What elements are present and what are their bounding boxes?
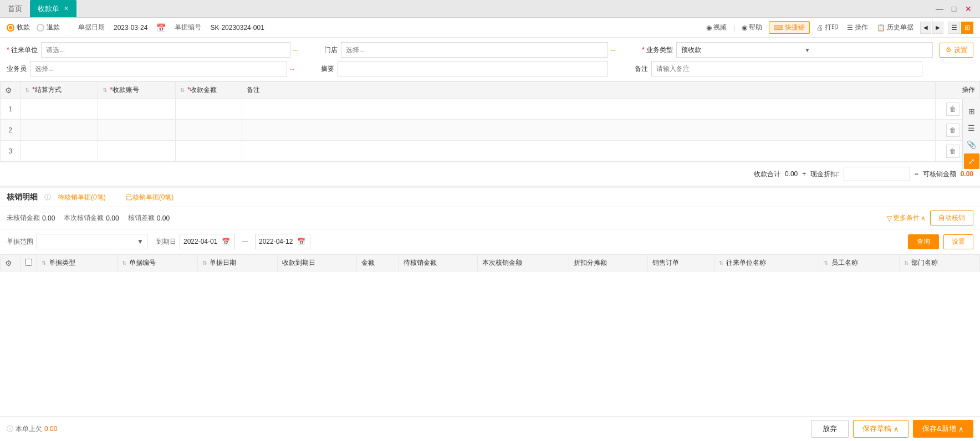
row2-remark[interactable]: [242, 120, 936, 141]
row1-delete-btn[interactable]: 🗑: [946, 102, 959, 116]
range-select-arrow: ▼: [137, 238, 144, 245]
grid-view-icon[interactable]: ⊞: [961, 22, 973, 34]
table-gear-header[interactable]: ⚙: [1, 82, 21, 99]
writeoff-pending-tab[interactable]: 待核销单据(0笔): [58, 193, 106, 202]
auto-writeoff-button[interactable]: 自动核销: [930, 211, 973, 225]
sidebar-list-icon[interactable]: ☰: [964, 120, 979, 136]
summary-input[interactable]: [338, 61, 609, 76]
bill-type-sort[interactable]: ⇅: [42, 260, 46, 266]
current-label: 本次核销金额: [64, 213, 104, 223]
shop-more-icon[interactable]: ···: [610, 45, 615, 54]
calendar-icon[interactable]: 📅: [156, 23, 166, 32]
calendar-from-icon[interactable]: 📅: [222, 238, 230, 245]
table-settings-icon[interactable]: ⚙: [5, 86, 12, 95]
due-date-label: 到期日: [156, 237, 176, 247]
row2-account[interactable]: [98, 120, 176, 141]
filter-row: 单据范围 ▼ 到期日 2022-04-01 📅 —: [0, 229, 980, 254]
save-new-arrow: ∧: [958, 425, 964, 433]
remark-label: 备注: [635, 64, 648, 74]
settings-button[interactable]: ⚙ 设置: [940, 43, 973, 58]
row3-remark[interactable]: [242, 141, 936, 162]
abandon-button[interactable]: 放弃: [811, 420, 849, 438]
toolbar: 收款 退款 单据日期 2023-03-24 📅 单据编号 SK-20230324…: [0, 18, 980, 38]
bottom-info-icon[interactable]: ⓘ: [7, 424, 13, 434]
salesperson-more-icon[interactable]: ···: [289, 64, 294, 73]
window-close-button[interactable]: ✕: [963, 4, 973, 13]
counterpart-more-icon[interactable]: ···: [293, 45, 298, 54]
filter-settings-button[interactable]: 设置: [943, 234, 973, 249]
maximize-button[interactable]: □: [949, 4, 959, 13]
bottom-info: ⓘ 本单上欠 0.00: [7, 424, 57, 434]
counterpart-input[interactable]: [41, 42, 290, 58]
row3-account[interactable]: [98, 141, 176, 162]
sales-order-header: 销售订单: [647, 255, 714, 271]
row1-remark[interactable]: [242, 99, 936, 120]
writeoff-header: 核销明细 ⓘ 待核销单据(0笔) 已核销单据(0笔): [0, 188, 980, 207]
business-type-label: 业务类型: [642, 45, 673, 55]
row1-amount[interactable]: [176, 99, 242, 120]
tab-home[interactable]: 首页: [0, 0, 30, 17]
more-conditions-btn[interactable]: ▽ 更多条件 ∧: [887, 213, 926, 223]
tab-receipt[interactable]: 收款单 ✕: [30, 0, 76, 17]
bottom-gear-header[interactable]: ⚙: [1, 255, 21, 271]
main-wrapper: ⚙ ⇅ *结算方式 ⇅ *收款账号 ⇅: [0, 81, 980, 416]
row2-amount[interactable]: [176, 120, 242, 141]
counterpart-sort[interactable]: ⇅: [719, 260, 723, 266]
history-icon: 📋: [877, 24, 885, 32]
shop-field: 门店 ···: [324, 42, 615, 58]
date-from-field[interactable]: 2022-04-01 📅: [180, 234, 235, 249]
history-btn[interactable]: 📋 历史单据: [875, 22, 916, 33]
list-view-icon[interactable]: ☰: [948, 22, 960, 34]
refund-radio-dot: [37, 24, 44, 32]
amount-sort-icon[interactable]: ⇅: [180, 87, 185, 93]
department-sort[interactable]: ⇅: [904, 260, 908, 266]
salesperson-input[interactable]: [30, 61, 287, 76]
save-draft-button[interactable]: 保存草稿 ∧: [853, 420, 908, 438]
next-arrow[interactable]: ▶: [932, 22, 943, 34]
row1-account[interactable]: [98, 99, 176, 120]
operate-btn[interactable]: ☰ 操作: [845, 22, 870, 33]
prev-arrow[interactable]: ◀: [920, 22, 931, 34]
row2-delete-btn[interactable]: 🗑: [946, 124, 959, 137]
remark-input[interactable]: [651, 61, 922, 76]
row3-amount[interactable]: [176, 141, 242, 162]
shortcut-icon: ⌨: [774, 24, 783, 32]
query-button[interactable]: 查询: [908, 234, 939, 249]
writeoff-info-icon[interactable]: ⓘ: [44, 193, 51, 202]
business-type-dropdown[interactable]: 预收款 ▼: [676, 42, 933, 58]
sidebar-table-icon[interactable]: ⊞: [964, 104, 979, 119]
print-btn[interactable]: 🖨 打印: [814, 22, 840, 33]
refund-radio[interactable]: 退款: [37, 23, 60, 32]
tab-close-icon[interactable]: ✕: [64, 5, 69, 12]
row-num-2: 2: [1, 120, 21, 141]
help-btn[interactable]: ◉ 帮助: [739, 22, 764, 33]
row2-settlement[interactable]: [21, 120, 98, 141]
bill-date-header: ⇅ 单据日期: [197, 255, 278, 271]
row3-settlement[interactable]: [21, 141, 98, 162]
employee-sort[interactable]: ⇅: [824, 260, 828, 266]
bill-date-sort[interactable]: ⇅: [202, 260, 207, 266]
save-new-button[interactable]: 保存&新增 ∧: [913, 420, 973, 438]
sidebar-expand-icon[interactable]: ⤢: [964, 153, 979, 169]
sidebar-attachment-icon[interactable]: 📎: [964, 137, 979, 152]
calendar-to-icon[interactable]: 📅: [297, 238, 305, 245]
diff-value: 0.00: [157, 214, 170, 222]
discount-input[interactable]: [844, 167, 910, 181]
shortcut-btn[interactable]: ⌨ 快捷键: [769, 21, 810, 34]
shop-input[interactable]: [341, 42, 608, 58]
row3-delete-btn[interactable]: 🗑: [946, 145, 959, 158]
video-btn[interactable]: ◉ 视频: [704, 22, 729, 33]
minimize-button[interactable]: —: [935, 4, 945, 13]
bottom-settings-icon[interactable]: ⚙: [5, 259, 12, 268]
settlement-sort-icon[interactable]: ⇅: [25, 87, 29, 93]
account-sort-icon[interactable]: ⇅: [103, 87, 107, 93]
dropdown-arrow: ▼: [805, 47, 928, 53]
receipt-radio[interactable]: 收款: [7, 23, 30, 32]
select-all-checkbox[interactable]: [25, 259, 32, 266]
bill-no-sort[interactable]: ⇅: [122, 260, 126, 266]
range-filter-select[interactable]: ▼: [37, 234, 147, 249]
writeoff-done-tab[interactable]: 已核销单据(0笔): [126, 193, 174, 202]
date-to-field[interactable]: 2022-04-12 📅: [255, 234, 310, 249]
form-row-1: 往来单位 ··· 门店 ··· 业务类型 预收款 ▼: [7, 42, 973, 58]
row1-settlement[interactable]: [21, 99, 98, 120]
